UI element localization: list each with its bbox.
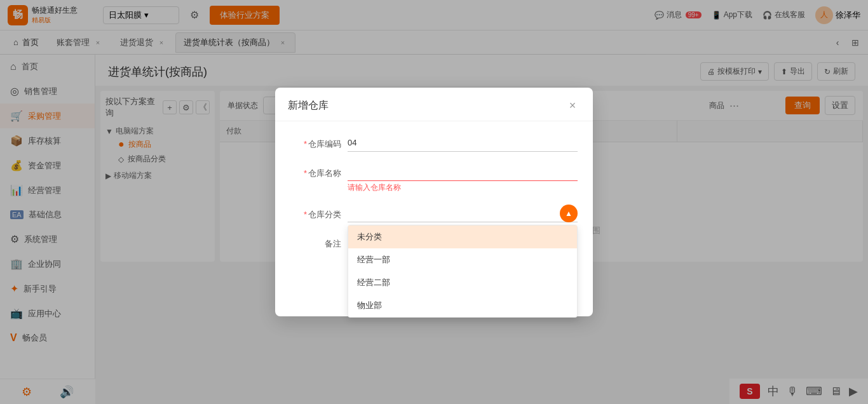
category-arrow-button[interactable]: ▲ (560, 205, 578, 222)
name-error-text: 请输入仓库名称 (348, 182, 578, 193)
dialog-body: *仓库编码 *仓库名称 请输入仓库名称 *仓库分类 (275, 121, 593, 276)
dialog-close-button[interactable]: × (565, 98, 580, 113)
dropdown-item-dept1[interactable]: 经营一部 (348, 248, 577, 271)
form-row-category: *仓库分类 ▲ 未分类 经营一部 经营二部 物业部 (290, 205, 578, 222)
category-input[interactable] (348, 205, 578, 222)
name-input-wrapper: 请输入仓库名称 (348, 163, 578, 193)
form-row-name: *仓库名称 请输入仓库名称 (290, 163, 578, 193)
dropdown-item-dept2[interactable]: 经营二部 (348, 271, 577, 294)
dialog-title: 新增仓库 (288, 99, 329, 112)
dialog-header: 新增仓库 × (275, 88, 593, 121)
category-dropdown: 未分类 经营一部 经营二部 物业部 (348, 225, 578, 318)
category-label: *仓库分类 (290, 205, 341, 220)
warehouse-code-input[interactable] (348, 134, 578, 152)
dropdown-item-none[interactable]: 未分类 (348, 226, 577, 248)
form-row-code: *仓库编码 (290, 134, 578, 152)
new-warehouse-dialog: 新增仓库 × *仓库编码 *仓库名称 请输入仓库名称 (275, 88, 593, 316)
modal-overlay: 新增仓库 × *仓库编码 *仓库名称 请输入仓库名称 (0, 0, 868, 404)
code-label: *仓库编码 (290, 134, 341, 150)
warehouse-name-input[interactable] (348, 163, 578, 181)
remark-label: 备注 (290, 234, 341, 250)
dropdown-item-property[interactable]: 物业部 (348, 294, 577, 317)
name-label: *仓库名称 (290, 163, 341, 179)
code-input-wrapper (348, 134, 578, 152)
category-select-wrapper: ▲ 未分类 经营一部 经营二部 物业部 (348, 205, 578, 222)
